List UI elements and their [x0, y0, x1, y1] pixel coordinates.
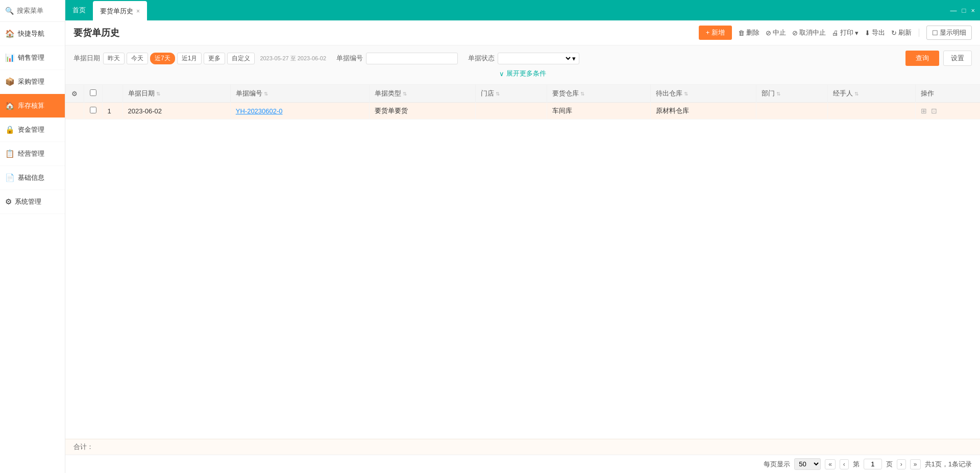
- th-pending-warehouse[interactable]: 待出仓库 ⇅: [650, 85, 756, 103]
- more-icon[interactable]: ⊡: [931, 107, 937, 115]
- sort-doc-no[interactable]: 单据编号 ⇅: [236, 89, 364, 98]
- page-label: 页: [886, 460, 893, 469]
- query-button[interactable]: 查询: [905, 51, 939, 66]
- new-button[interactable]: + 新增: [699, 26, 732, 40]
- tab-close-icon[interactable]: ×: [136, 8, 140, 15]
- export-button[interactable]: ⬇ 导出: [865, 28, 885, 37]
- total-info: 共1页，1条记录: [925, 460, 972, 469]
- delete-button[interactable]: 🗑 删除: [738, 28, 760, 37]
- page-area: 要货单历史 + 新增 🗑 删除 ⊘ 中止 ⊘ 取消中止 🖨: [65, 20, 980, 473]
- sidebar: 🔍 搜索菜单 🏠 快捷导航 📊 销售管理 📦 采购管理 🏠 库存核算 🔒 资金管…: [0, 0, 65, 473]
- export-icon: ⬇: [865, 29, 870, 37]
- display-detail-checkbox[interactable]: ☐: [932, 29, 938, 37]
- sidebar-item-base-info[interactable]: 📄 基础信息: [0, 166, 65, 190]
- sort-store[interactable]: 门店 ⇅: [481, 89, 542, 98]
- last-page-button[interactable]: »: [910, 459, 921, 469]
- window-close-icon[interactable]: ×: [971, 7, 975, 14]
- expand-icon: ∨: [499, 70, 504, 78]
- sidebar-item-label: 经营管理: [18, 149, 44, 158]
- date-btn-today[interactable]: 今天: [127, 53, 148, 64]
- sidebar-item-inventory[interactable]: 🏠 库存核算: [0, 94, 65, 118]
- sort-doc-type[interactable]: 单据类型 ⇅: [375, 89, 470, 98]
- th-store[interactable]: 门店 ⇅: [475, 85, 547, 103]
- sort-icon-doc-no: ⇅: [264, 91, 268, 97]
- topbar-right: — □ ×: [950, 7, 980, 14]
- window-minimize-icon[interactable]: —: [950, 7, 957, 14]
- status-select[interactable]: [501, 54, 572, 63]
- expand-row: ∨ 展开更多条件: [74, 66, 972, 79]
- td-doc-no: YH-20230602-0: [230, 103, 369, 120]
- th-handler[interactable]: 经手人 ⇅: [828, 85, 915, 103]
- print-icon: 🖨: [832, 29, 839, 37]
- prev-page-button[interactable]: ‹: [840, 459, 849, 469]
- tab-active[interactable]: 要货单历史 ×: [93, 1, 147, 21]
- data-table: ⚙ 单据日期 ⇅ 单据编号: [65, 85, 980, 120]
- sort-handler[interactable]: 经手人 ⇅: [833, 89, 910, 98]
- th-seq: [102, 85, 122, 103]
- date-btn-custom[interactable]: 自定义: [227, 53, 255, 64]
- doc-no-input[interactable]: [366, 53, 458, 64]
- date-btn-1month[interactable]: 近1月: [177, 53, 202, 64]
- view-icon[interactable]: ⊞: [921, 107, 927, 115]
- th-store-label: 门店: [481, 89, 494, 98]
- tab-home[interactable]: 首页: [65, 0, 93, 20]
- refresh-button[interactable]: ↻ 刷新: [891, 28, 912, 37]
- sort-doc-date[interactable]: 单据日期 ⇅: [128, 89, 225, 98]
- sidebar-item-label: 销售管理: [18, 53, 44, 62]
- doc-no-link[interactable]: YH-20230602-0: [236, 107, 283, 115]
- settings-button[interactable]: 设置: [943, 51, 972, 66]
- th-doc-no[interactable]: 单据编号 ⇅: [230, 85, 369, 103]
- sort-pending-warehouse[interactable]: 待出仓库 ⇅: [656, 89, 751, 98]
- th-doc-date[interactable]: 单据日期 ⇅: [122, 85, 230, 103]
- chart-icon: 📊: [5, 53, 15, 62]
- th-dept[interactable]: 部门 ⇅: [756, 85, 828, 103]
- cancel-stop-button-label: 取消中止: [799, 28, 826, 37]
- td-doc-type: 要货单要货: [370, 103, 476, 120]
- th-handler-label: 经手人: [833, 89, 853, 98]
- filter-row: 单据日期 昨天 今天 近7天 近1月 更多 自定义 2023-05-27 至 2…: [74, 51, 972, 66]
- sidebar-item-operations-mgmt[interactable]: 📋 经营管理: [0, 142, 65, 166]
- export-button-label: 导出: [872, 28, 885, 37]
- sidebar-item-purchase-mgmt[interactable]: 📦 采购管理: [0, 70, 65, 94]
- page-number-input[interactable]: [864, 459, 882, 469]
- row-checkbox[interactable]: [90, 107, 96, 113]
- td-req-warehouse: 车间库: [547, 103, 650, 120]
- sort-req-warehouse[interactable]: 要货仓库 ⇅: [552, 89, 645, 98]
- delete-button-label: 删除: [746, 28, 760, 37]
- sort-dept[interactable]: 部门 ⇅: [762, 89, 822, 98]
- page-title: 要货单历史: [74, 27, 699, 39]
- sidebar-item-system-mgmt[interactable]: ⚙ 系统管理: [0, 190, 65, 214]
- display-detail-button[interactable]: ☐ 显示明细: [926, 26, 972, 40]
- new-button-label: + 新增: [706, 28, 725, 37]
- print-button-label: 打印: [840, 28, 853, 37]
- select-all-checkbox[interactable]: [90, 89, 96, 96]
- cancel-icon: ⊘: [792, 29, 798, 37]
- window-maximize-icon[interactable]: □: [962, 7, 966, 14]
- td-pending-warehouse: 原材料仓库: [650, 103, 756, 120]
- expand-button[interactable]: ∨ 展开更多条件: [499, 69, 546, 78]
- sidebar-item-finance-mgmt[interactable]: 🔒 资金管理: [0, 118, 65, 142]
- date-btn-more[interactable]: 更多: [204, 53, 225, 64]
- sidebar-item-label: 库存核算: [18, 101, 44, 110]
- sidebar-item-label: 采购管理: [18, 77, 44, 86]
- next-page-button[interactable]: ›: [897, 459, 906, 469]
- th-doc-type[interactable]: 单据类型 ⇅: [370, 85, 476, 103]
- print-button[interactable]: 🖨 打印 ▾: [832, 28, 859, 37]
- sidebar-search[interactable]: 🔍 搜索菜单: [0, 0, 65, 22]
- th-req-warehouse[interactable]: 要货仓库 ⇅: [547, 85, 650, 103]
- page-size-select[interactable]: 20 50 100: [794, 458, 821, 470]
- sidebar-item-label: 系统管理: [15, 197, 41, 206]
- doc-no-filter-label: 单据编号: [336, 54, 363, 63]
- page-size-label: 每页显示: [764, 460, 790, 469]
- date-btn-yesterday[interactable]: 昨天: [103, 53, 125, 64]
- cancel-stop-button[interactable]: ⊘ 取消中止: [792, 28, 826, 37]
- th-settings[interactable]: ⚙: [65, 85, 84, 103]
- expand-label: 展开更多条件: [506, 69, 546, 78]
- stop-button[interactable]: ⊘ 中止: [766, 28, 786, 37]
- date-btn-7days[interactable]: 近7天: [150, 53, 175, 64]
- sidebar-item-sales-mgmt[interactable]: 📊 销售管理: [0, 46, 65, 70]
- first-page-button[interactable]: «: [825, 459, 836, 469]
- sidebar-item-quick-nav[interactable]: 🏠 快捷导航: [0, 22, 65, 46]
- th-doc-no-label: 单据编号: [236, 89, 262, 98]
- td-handler: [828, 103, 915, 120]
